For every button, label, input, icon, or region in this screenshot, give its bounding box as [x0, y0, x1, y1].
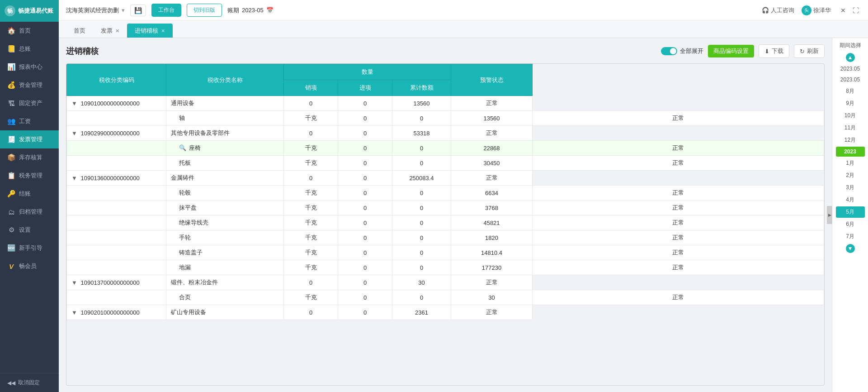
collapse-toggle[interactable]: ▼ [71, 175, 79, 182]
chevron-down-icon: ▾ [122, 7, 125, 14]
close-invoice-tab[interactable]: ✕ [115, 28, 119, 34]
support-button[interactable]: 🎧 人工咨询 [762, 6, 794, 14]
headset-icon: 🎧 [762, 7, 769, 14]
sale-out-cell: 0 [284, 126, 338, 141]
product-name-text: 托板 [179, 159, 191, 166]
product-code-button[interactable]: 商品编码设置 [708, 45, 754, 57]
period-item[interactable]: 11月 [836, 122, 865, 134]
category-code-cell: ▼ 109020100000000000 [67, 305, 166, 320]
sidebar-item-funds[interactable]: 💰 资金管理 [0, 76, 59, 94]
close-reconcile-tab[interactable]: ✕ [161, 28, 165, 34]
sidebar-item-invoice[interactable]: 🧾 发票管理 [0, 130, 59, 148]
period-item[interactable]: 6月 [836, 219, 865, 230]
product-name-text: 合页 [179, 294, 191, 301]
user-menu[interactable]: 头 徐泽华 [802, 5, 831, 15]
sidebar-item-settings[interactable]: ⚙ 设置 [0, 221, 59, 239]
unpin-button[interactable]: ◀◀ 取消固定 [0, 373, 59, 392]
period-item[interactable]: 2023.05 [836, 75, 865, 85]
product-name-cell: 抹平盘 [166, 201, 284, 215]
sidebar-item-label: 工资 [19, 117, 31, 125]
period-item[interactable]: 7月 [836, 231, 865, 242]
period-item[interactable]: 10月 [836, 110, 865, 121]
product-name-text: 地漏 [179, 264, 191, 271]
guide-icon: 🆕 [7, 244, 15, 252]
unit-cell: 千克 [284, 260, 338, 275]
sidebar-item-guide[interactable]: 🆕 新手引导 [0, 239, 59, 257]
scroll-up-button[interactable]: ▲ [846, 53, 855, 62]
table-row: ▼ 109013700000000000锻件、粉末冶金件0030正常 [67, 275, 824, 290]
archive-button[interactable]: 💾 [130, 5, 146, 16]
status-cell: 正常 [533, 290, 824, 305]
reports-icon: 📊 [7, 63, 15, 71]
sale-in-cell: 0 [338, 96, 392, 111]
status-cell: 正常 [533, 230, 824, 245]
product-code-cell [67, 111, 166, 126]
product-name-cell: 手轮 [166, 230, 284, 245]
toggle-label: 全部展开 [680, 47, 703, 55]
status-cell: 正常 [533, 186, 824, 201]
unit-cell: 千克 [284, 290, 338, 305]
sale-out-cell: 0 [338, 111, 392, 126]
close-panel-button[interactable]: ✕ [838, 5, 848, 15]
total-cell: 22868 [451, 141, 533, 156]
search-icon[interactable]: 🔍 [179, 144, 186, 151]
period-title: 期间选择 [840, 42, 861, 49]
refresh-button[interactable]: ↻ 刷新 [794, 44, 825, 58]
sidebar-item-inventory[interactable]: 📦 库存核算 [0, 148, 59, 167]
fixed-assets-icon: 🏗 [7, 100, 15, 107]
period-item[interactable]: 1月 [836, 158, 865, 169]
sidebar-item-home[interactable]: 🏠 首页 [0, 22, 59, 40]
toggle-switch[interactable] [661, 47, 677, 55]
sidebar-item-settle[interactable]: 🔑 结账 [0, 185, 59, 203]
sidebar-item-label: 新手引导 [19, 244, 42, 252]
panel-collapse-button[interactable]: ▶ [827, 206, 832, 224]
sidebar-item-payroll[interactable]: 👥 工资 [0, 112, 59, 130]
sale-out-cell: 0 [284, 171, 338, 186]
download-button[interactable]: ⬇ 下载 [759, 44, 789, 58]
sale-in-cell: 0 [392, 111, 451, 126]
calendar-icon[interactable]: 📅 [266, 7, 274, 14]
expand-button[interactable]: ⛶ [851, 5, 861, 15]
collapse-toggle[interactable]: ▼ [71, 279, 79, 286]
tab-reconcile[interactable]: 进销稽核 ✕ [127, 24, 173, 38]
workspace-button[interactable]: 工作台 [151, 4, 181, 17]
product-name-cell: 托板 [166, 156, 284, 171]
scroll-down-button[interactable]: ▼ [846, 244, 855, 253]
category-code-cell: ▼ 109010000000000000 [67, 96, 166, 111]
sale-in-cell: 0 [392, 290, 451, 305]
sidebar-item-tax[interactable]: 📋 税务管理 [0, 167, 59, 185]
sidebar-item-member[interactable]: V 畅会员 [0, 257, 59, 275]
company-selector[interactable]: 沈海英测试经营勿删 ▾ [66, 6, 125, 14]
tab-home[interactable]: 首页 [66, 24, 93, 38]
sidebar-item-fixed-assets[interactable]: 🏗 固定资产 [0, 94, 59, 112]
status-cell: 正常 [451, 126, 533, 141]
period-item[interactable]: 3月 [836, 182, 865, 193]
table-row: 合页千克0030正常 [67, 290, 824, 305]
table-row: ▼ 109013600000000000金属铸件00250083.4正常 [67, 171, 824, 186]
sale-out-cell: 0 [338, 156, 392, 171]
period-item[interactable]: 2023 [836, 147, 865, 157]
category-name-cell: 矿山专用设备 [166, 305, 284, 320]
unit-cell: 千克 [284, 230, 338, 245]
period-item[interactable]: 5月 [836, 206, 865, 218]
sidebar-item-reports[interactable]: 📊 报表中心 [0, 58, 59, 76]
sidebar-item-ledger[interactable]: 📒 总账 [0, 40, 59, 58]
switch-version-button[interactable]: 切到旧版 [187, 4, 222, 17]
sale-in-cell: 0 [392, 215, 451, 230]
table-row: 托板千克0030450正常 [67, 156, 824, 171]
period-item[interactable]: 8月 [836, 86, 865, 97]
period-item[interactable]: 2023.05 [836, 64, 865, 74]
sidebar-item-archive[interactable]: 🗂 归档管理 [0, 203, 59, 221]
collapse-toggle[interactable]: ▼ [71, 130, 79, 137]
sale-out-cell: 0 [338, 260, 392, 275]
period-item[interactable]: 12月 [836, 134, 865, 146]
period-item[interactable]: 2月 [836, 170, 865, 181]
category-name-cell: 其他专用设备及零部件 [166, 126, 284, 141]
expand-toggle[interactable]: 全部展开 [661, 47, 703, 55]
period-item[interactable]: 9月 [836, 98, 865, 109]
tab-invoice[interactable]: 发票 ✕ [93, 24, 127, 38]
total-cell: 30450 [451, 156, 533, 171]
collapse-toggle[interactable]: ▼ [71, 309, 79, 316]
collapse-toggle[interactable]: ▼ [71, 100, 79, 107]
period-item[interactable]: 4月 [836, 194, 865, 206]
